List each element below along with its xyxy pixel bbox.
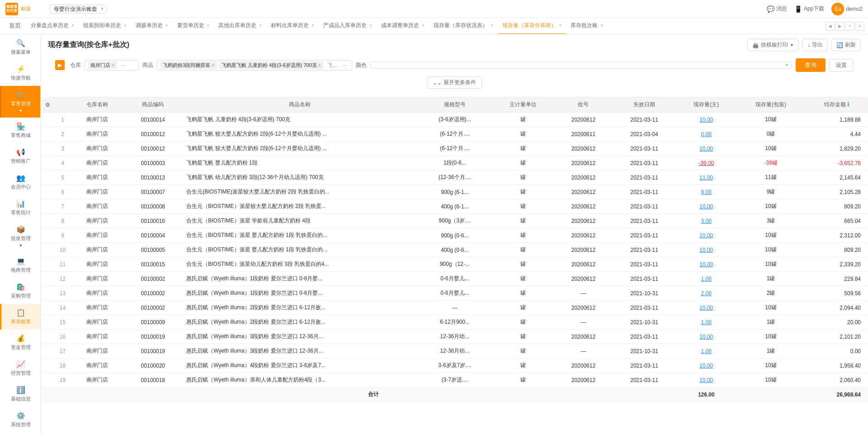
sidebar-item-basic-info[interactable]: ℹ️ 基础信息 bbox=[0, 381, 40, 407]
row-settings[interactable] bbox=[41, 373, 55, 387]
goods-tag-2-close[interactable]: × bbox=[318, 63, 321, 68]
row-qty-main[interactable]: 3.00 bbox=[676, 214, 736, 228]
color-dropdown-icon[interactable]: ▼ bbox=[785, 63, 789, 67]
tab-close-icon[interactable]: × bbox=[369, 23, 372, 28]
tab-yaohuo[interactable]: 要货单历史 × bbox=[173, 18, 214, 34]
row-settings[interactable] bbox=[41, 199, 55, 214]
tab-fenliangpandian[interactable]: 分量盘点单历史 × bbox=[26, 18, 79, 34]
row-qty-main[interactable]: 9.00 bbox=[676, 185, 736, 199]
row-settings[interactable] bbox=[41, 127, 55, 142]
row-settings[interactable] bbox=[41, 257, 55, 272]
tab-close-icon[interactable]: × bbox=[600, 23, 603, 28]
sidebar-item-finance[interactable]: 💰 资金管理 bbox=[0, 330, 40, 355]
app-download-btn[interactable]: 📱 App下载 bbox=[794, 5, 824, 13]
print-btn[interactable]: 🖨️ 按模板打印 ▼ bbox=[747, 39, 799, 51]
row-qty-main[interactable]: 10.00 bbox=[676, 228, 736, 243]
query-btn[interactable]: 查询 bbox=[796, 58, 826, 72]
tab-close-icon[interactable]: × bbox=[259, 23, 262, 28]
tab-kucunpicizh[interactable]: 库存批次账 × bbox=[566, 18, 608, 34]
row-qty-main[interactable]: 10.00 bbox=[676, 373, 736, 387]
row-settings[interactable] bbox=[41, 344, 55, 359]
export-btn[interactable]: ↓ 导出 bbox=[802, 39, 828, 51]
row-settings[interactable] bbox=[41, 301, 55, 315]
tab-close-icon[interactable]: × bbox=[422, 23, 425, 28]
sidebar-item-ecommerce[interactable]: 💻 电商管理 bbox=[0, 252, 40, 278]
nav-prev-arrow[interactable]: ◀ bbox=[826, 22, 835, 31]
row-qty-main[interactable]: 10.00 bbox=[676, 330, 736, 344]
tab-close-icon[interactable]: × bbox=[311, 23, 314, 28]
tab-close-icon[interactable]: × bbox=[559, 23, 562, 28]
row-qty-main[interactable]: 10.00 bbox=[676, 243, 736, 257]
goods-ellipsis[interactable]: ··· bbox=[341, 62, 349, 68]
sidebar-item-wholesale[interactable]: 📦 批发管理 ▼ bbox=[0, 221, 40, 252]
warehouse-tag-close[interactable]: × bbox=[112, 63, 114, 68]
sidebar-item-system[interactable]: ⚙️ 系统管理 bbox=[0, 407, 40, 433]
sidebar-item-search[interactable]: 🔍 搜索菜单 bbox=[0, 34, 40, 60]
row-qty-main[interactable]: 10.00 bbox=[676, 142, 736, 156]
row-settings[interactable] bbox=[41, 330, 55, 344]
nav-close-arrow[interactable]: × bbox=[845, 22, 854, 31]
nav-next-arrow[interactable]: ▶ bbox=[835, 22, 844, 31]
sidebar-item-retail-stats[interactable]: 📊 零售统计 bbox=[0, 195, 40, 221]
tab-chengbentiaozhen[interactable]: 成本调整单历史 × bbox=[377, 18, 429, 34]
row-settings[interactable] bbox=[41, 286, 55, 301]
tab-xiancunliang-status[interactable]: 现存量（库存状况表） × bbox=[429, 18, 498, 34]
row-qty-main[interactable]: 10.00 bbox=[676, 199, 736, 214]
row-settings[interactable] bbox=[41, 185, 55, 199]
row-qty-main[interactable]: -39.00 bbox=[676, 156, 736, 170]
row-qty-main[interactable]: 2.00 bbox=[676, 286, 736, 301]
tab-close-icon[interactable]: × bbox=[207, 23, 210, 28]
message-btn[interactable]: 💬 消息 bbox=[767, 5, 787, 13]
tab-home[interactable]: 首页 bbox=[4, 18, 26, 34]
tab-close-icon[interactable]: × bbox=[165, 23, 168, 28]
row-settings[interactable] bbox=[41, 243, 55, 257]
row-settings[interactable] bbox=[41, 142, 55, 156]
row-qty-main[interactable]: 1.00 bbox=[676, 272, 736, 286]
goods-tag-1-close[interactable]: × bbox=[212, 63, 214, 68]
row-qty-main[interactable]: 10.00 bbox=[676, 359, 736, 373]
tab-zuzhangchaijian[interactable]: 组装拆卸单历史 × bbox=[79, 18, 131, 34]
sidebar-item-purchase[interactable]: 🛍️ 采购管理 bbox=[0, 278, 40, 304]
row-settings[interactable] bbox=[41, 214, 55, 228]
row-qty-main[interactable]: 10.00 bbox=[676, 113, 736, 127]
sidebar-item-retail-shop[interactable]: 🏪 零售商城 bbox=[0, 118, 40, 143]
sidebar-item-operations[interactable]: 📈 经营管理 bbox=[0, 355, 40, 381]
refresh-btn[interactable]: 🔄 刷新 bbox=[831, 39, 861, 51]
nav-menu-arrow[interactable]: ≡ bbox=[855, 22, 864, 31]
tab-close-icon[interactable]: × bbox=[71, 23, 74, 28]
account-select[interactable]: 母婴行业演示账套 bbox=[50, 5, 107, 14]
goods-more[interactable]: 飞... bbox=[326, 61, 339, 69]
row-qty-main[interactable]: 10.00 bbox=[676, 257, 736, 272]
user-info[interactable]: Ea demo2 bbox=[831, 3, 863, 15]
row-settings[interactable] bbox=[41, 156, 55, 170]
row-qty-main[interactable]: 1.00 bbox=[676, 315, 736, 330]
warehouse-filter-input[interactable]: 南岸门店 × ··· bbox=[85, 60, 139, 71]
row-qty-main[interactable]: 11.00 bbox=[676, 170, 736, 185]
sidebar-item-member[interactable]: 👥 会员中心 bbox=[0, 169, 40, 195]
tab-chanchengru[interactable]: 产成品入库单历史 × bbox=[319, 18, 377, 34]
row-settings[interactable] bbox=[41, 315, 55, 330]
tab-qitachuku[interactable]: 其他出库单历史 × bbox=[214, 18, 266, 34]
expand-more-btn[interactable]: ⌄⌄ 展开更多条件 bbox=[427, 76, 482, 89]
filter-collapse-btn[interactable]: ▶ bbox=[55, 60, 65, 70]
balance-info-icon[interactable]: ℹ bbox=[847, 101, 849, 108]
settings-btn[interactable]: 设置 bbox=[829, 59, 854, 72]
row-settings[interactable] bbox=[41, 228, 55, 243]
sidebar-item-marketing[interactable]: 📢 营销推广 bbox=[0, 143, 40, 169]
sidebar-item-inventory[interactable]: 📋 库存核算 bbox=[0, 304, 40, 330]
tab-xiancunliang-dist[interactable]: 现存量（库存分布表） × bbox=[498, 18, 566, 34]
settings-col-header[interactable]: ⚙ bbox=[41, 97, 55, 113]
tab-diaobodanli[interactable]: 调拨单历史 × bbox=[131, 18, 173, 34]
account-select-wrap[interactable]: 母婴行业演示账套 bbox=[50, 5, 107, 14]
row-qty-main[interactable]: 0.00 bbox=[676, 127, 736, 142]
row-settings[interactable] bbox=[41, 113, 55, 127]
warehouse-more[interactable]: ··· bbox=[119, 62, 127, 68]
row-settings[interactable] bbox=[41, 170, 55, 185]
tab-close-icon[interactable]: × bbox=[491, 23, 493, 28]
color-filter-input[interactable]: ▼ bbox=[370, 61, 792, 69]
row-qty-main[interactable]: 1.00 bbox=[676, 344, 736, 359]
row-qty-main[interactable]: 10.00 bbox=[676, 301, 736, 315]
sidebar-item-retail-mgmt[interactable]: 🛒 零售管理 ▼ bbox=[0, 86, 40, 118]
tab-close-icon[interactable]: × bbox=[124, 23, 127, 28]
sidebar-item-quicknav[interactable]: ⚡ 快捷导航 bbox=[0, 60, 40, 86]
